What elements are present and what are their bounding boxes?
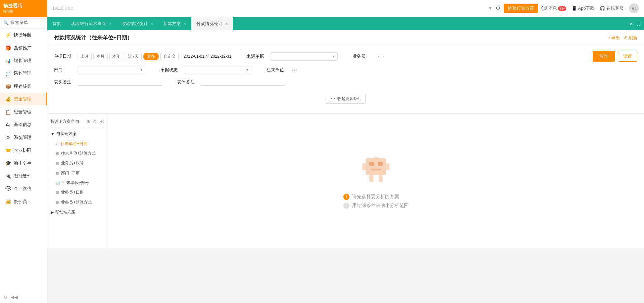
salesperson-label: 业务员 (353, 53, 371, 59)
scheme-item-salesperson-account[interactable]: ▦ 业务员+账号 (47, 158, 108, 168)
scheme-item-salesperson-date[interactable]: ▦ 业务员+日期 (47, 188, 108, 198)
date-btn-this-month[interactable]: 本月 (93, 53, 108, 60)
sidebar-item-enterprise[interactable]: 🤝 企业协同 (0, 144, 47, 157)
voucher-status-select[interactable] (184, 66, 251, 74)
table-body-remark-input[interactable] (201, 78, 285, 86)
dept-select[interactable] (78, 66, 145, 74)
date-btn-this-year[interactable]: 本年 (109, 53, 123, 60)
app-download-label: App下载 (578, 6, 594, 11)
scheme-item-label: 业务员+账号 (61, 160, 84, 166)
trial-btn[interactable]: 体验行业方案 (504, 4, 538, 13)
scheme-group-mobile-title[interactable]: ▶ 移动端方案 (47, 207, 108, 217)
salesperson-dots[interactable]: ··· (376, 53, 386, 59)
tab-home[interactable]: 首页 (47, 17, 66, 30)
scheme-item-label: 往来单位+日期 (61, 141, 87, 147)
message-label: 消息 (548, 6, 557, 11)
sidebar-item-capital[interactable]: 💰 资金管理 (0, 93, 47, 105)
partner-dots[interactable]: ··· (290, 67, 300, 73)
sidebar-item-inventory[interactable]: 📦 库存核算 (0, 80, 47, 93)
page-header: 付款情况统计（往来单位+日期） ↑ 导出 ↺ 刷新 (47, 30, 644, 46)
sidebar-item-guide[interactable]: 🎓 新手引导 (0, 157, 47, 170)
sidebar-item-label: 销售管理 (14, 58, 31, 64)
refresh-btn[interactable]: ↺ 刷新 (623, 35, 637, 41)
enterprise-icon: 🤝 (5, 147, 11, 153)
sidebar-item-label: 资金管理 (14, 96, 31, 102)
date-btn-7days[interactable]: 近7天 (125, 53, 142, 60)
user-avatar[interactable]: Rit (629, 3, 639, 13)
collapse-btn[interactable]: ∧∧ 收起更多条件 (326, 94, 366, 104)
sidebar-item-sales[interactable]: 📊 销售管理 (0, 54, 47, 67)
sidebar-item-wechat[interactable]: 💬 企业微信 (0, 182, 47, 195)
tabs-bar: 首页 现金银行流水查询 × 收款情况统计 × 新建方案 × 付款情况统计 × ✕… (47, 17, 644, 30)
tab-new-scheme-close[interactable]: × (183, 21, 186, 26)
sidebar-item-label: 系统管理 (14, 134, 31, 141)
collapse-area: ∧∧ 收起更多条件 (54, 90, 637, 108)
tab-payment-stat[interactable]: 付款情况统计 × (191, 17, 233, 30)
online-service-btn[interactable]: 🎧 在线客服 (599, 5, 624, 11)
scheme-item-label: 部门+日期 (61, 170, 80, 176)
message-btn[interactable]: 💬 消息 99+ (541, 5, 566, 11)
sidebar-item-basic[interactable]: 🗂 基础信息 (0, 118, 47, 131)
step1-num: 1 (343, 194, 349, 200)
scheme-group-desktop-title[interactable]: ▼ 电脑端方案 (47, 129, 108, 139)
topbar-gear-icon[interactable]: ⚙ (496, 5, 500, 11)
search-menu-label: 搜索菜单 (10, 20, 28, 26)
sidebar-item-member[interactable]: 👑 畅会员 (0, 195, 47, 208)
scheme-item-dept-date[interactable]: ▦ 部门+日期 (47, 168, 108, 178)
sidebar-header: 畅捷通巧 标准版 (0, 0, 47, 17)
tab-bank-flow[interactable]: 现金银行流水查询 × (66, 17, 117, 30)
sidebar-item-purchase[interactable]: 🛒 采购管理 (0, 67, 47, 80)
settings-footer-icon[interactable]: ⚙ (3, 295, 7, 300)
logo-text: 畅捷通巧 (3, 3, 22, 9)
scheme-item-icon: ▦ (56, 200, 59, 205)
filter-area: 单据日期 上月 本月 本年 近7天 更多 自定义 2022-01-01 至 20… (47, 46, 644, 114)
sidebar-item-operation[interactable]: 📋 经营管理 (0, 105, 47, 118)
topbar-dropdown-icon[interactable]: ▼ (488, 6, 492, 11)
scheme-header: 按以下方案查询 ⊕ ⊙ ≪ (47, 117, 108, 127)
tab-new-scheme[interactable]: 新建方案 × (158, 17, 191, 30)
tab-payment-stat-close[interactable]: × (225, 21, 228, 26)
source-select[interactable] (270, 52, 338, 61)
sidebar-item-system[interactable]: ⚙ 系统管理 (0, 131, 47, 144)
filter-row-3: 表头备注 表体备注 (54, 78, 637, 86)
sidebar-item-quick-nav[interactable]: ⚡ 快捷导航 (0, 29, 47, 41)
date-btn-last-month[interactable]: 上月 (78, 53, 92, 60)
sidebar-item-hardware[interactable]: 🔌 智能硬件 (0, 170, 47, 182)
setting-btn[interactable]: 设置 (618, 51, 637, 62)
search-menu[interactable]: 🔍 搜索菜单 (0, 17, 47, 29)
scheme-collapse-icon[interactable]: ≪ (99, 119, 104, 124)
tab-maximize-icon[interactable]: ⛶ (636, 21, 641, 26)
voucher-status-select-wrapper (184, 66, 251, 74)
tab-close-all-icon[interactable]: ✕ (629, 21, 633, 26)
date-btn-more[interactable]: 更多 (143, 53, 159, 60)
query-btn[interactable]: 查询 (593, 51, 615, 62)
scheme-settings-icon[interactable]: ⊙ (93, 119, 97, 124)
voucher-status-label: 单据状态 (160, 67, 179, 73)
export-btn[interactable]: ↑ 导出 (608, 35, 620, 41)
svg-rect-4 (362, 163, 366, 170)
svg-rect-0 (366, 158, 386, 175)
date-btn-custom[interactable]: 自定义 (160, 53, 179, 60)
filter-row-1: 单据日期 上月 本月 本年 近7天 更多 自定义 2022-01-01 至 20… (54, 51, 637, 62)
scheme-item-salesperson-settlement[interactable]: ▦ 业务员+结算方式 (47, 198, 108, 207)
scheme-item-partner-settlement[interactable]: ▦ 往来单位+结算方式 (47, 149, 108, 158)
collapse-sidebar-icon[interactable]: ◀◀ (11, 295, 18, 300)
tab-bank-flow-close[interactable]: × (109, 21, 112, 26)
sidebar-item-marketing[interactable]: 🎁 营销推广 (0, 41, 47, 54)
sidebar-item-label: 企业微信 (14, 186, 31, 192)
tab-receipt-stat[interactable]: 收款情况统计 × (117, 17, 158, 30)
scheme-item-chart-icon: 📊 (56, 181, 60, 185)
topbar-address: 192.168.x.x (52, 6, 485, 11)
sidebar: 畅捷通巧 标准版 🔍 搜索菜单 ⚡ 快捷导航 🎁 营销推广 📊 销售管理 🛒 采… (0, 0, 47, 303)
app-download-btn[interactable]: 📱 App下载 (572, 5, 594, 11)
main-area: 192.168.x.x ▼ ⚙ 体验行业方案 💬 消息 99+ 📱 App下载 … (47, 0, 644, 303)
table-header-remark-input[interactable] (78, 78, 162, 86)
sidebar-item-label: 营销推广 (14, 45, 31, 51)
sidebar-item-label: 基础信息 (14, 122, 31, 128)
scheme-item-partner-account[interactable]: 📊 往来单位+账号 (47, 178, 108, 188)
export-icon: ↑ (608, 35, 610, 40)
scheme-add-icon[interactable]: ⊕ (87, 119, 90, 124)
scheme-item-partner-date[interactable]: ⊙ 往来单位+日期 (47, 139, 108, 149)
inventory-icon: 📦 (5, 83, 11, 89)
tab-receipt-stat-close[interactable]: × (151, 21, 153, 26)
